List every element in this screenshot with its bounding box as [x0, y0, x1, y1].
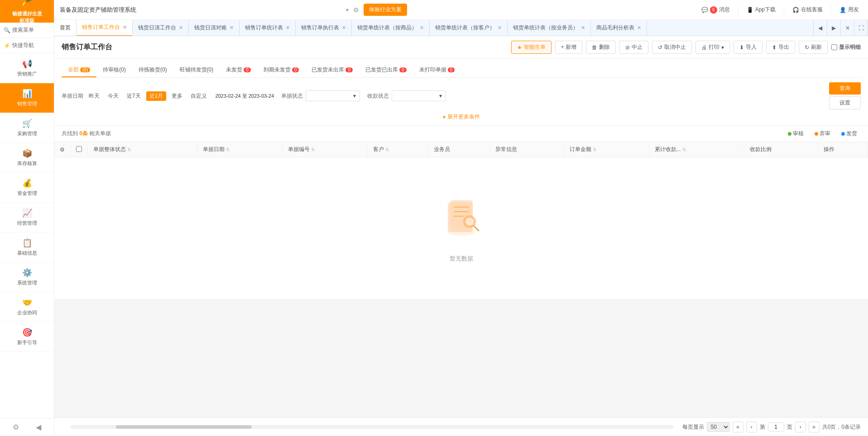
tab-close-sales-exec[interactable]: ✕ [342, 25, 346, 31]
page-label: 第 [760, 423, 765, 431]
tab-sales-by-staff[interactable]: 销货单统计表（按业务员） ✕ [508, 20, 591, 36]
sidebar-quick-nav[interactable]: ⚡ 快捷导航 [0, 38, 54, 53]
tab-close-all-button[interactable]: ✕ [841, 20, 854, 36]
sort-customer-icon[interactable]: ⇅ [385, 147, 389, 152]
import-button[interactable]: ⬇ 导入 [734, 41, 762, 54]
filter-tab-wangpu[interactable]: 旺铺待发货(0) [173, 63, 220, 77]
message-button[interactable]: 💬 6 消息 [698, 4, 734, 15]
th-checkbox[interactable] [71, 142, 88, 157]
sidebar-item-sales[interactable]: 📊 销售管理 [0, 83, 54, 113]
filter-tab-pending-check[interactable]: 待拣验货(0) [132, 63, 173, 77]
page-size-select[interactable]: 50 10 20 100 [707, 422, 730, 432]
tab-close-sales-by-customer[interactable]: ✕ [498, 25, 502, 31]
last-page-button[interactable]: » [809, 422, 820, 432]
select-all-checkbox[interactable] [76, 146, 82, 152]
settings-icon[interactable]: ⚙ [353, 6, 359, 14]
export-button[interactable]: ⬆ 导出 [766, 41, 795, 54]
sort-status-icon[interactable]: ⇅ [127, 147, 131, 152]
filter-tab-not-printed[interactable]: 未打印单据0 [413, 63, 461, 77]
sort-number-icon[interactable]: ⇅ [311, 147, 315, 152]
ship-button[interactable]: 发货 [838, 128, 861, 139]
user-menu-button[interactable]: 👤 用友 [836, 4, 863, 15]
sort-collected-icon[interactable]: ⇅ [682, 147, 686, 152]
sidebar-item-inventory[interactable]: 📦 库存核算 [0, 143, 54, 173]
tab-cash-daily[interactable]: 钱货日清工作台 ✕ [133, 20, 189, 36]
review-button[interactable]: 审核 [784, 128, 807, 139]
tab-cash-account[interactable]: 钱货日清对账 ✕ [189, 20, 240, 36]
filter-tab-all[interactable]: 全部(0) [62, 63, 96, 77]
status-select[interactable]: ▾ [306, 90, 360, 101]
tab-close-cash-account[interactable]: ✕ [230, 25, 234, 31]
industry-solution-button[interactable]: 体验行业方案 [364, 4, 407, 16]
tab-home[interactable]: 首页 [54, 20, 77, 36]
date-btn-more[interactable]: 更多 [169, 91, 185, 101]
next-page-button[interactable]: › [795, 422, 806, 432]
expand-more-conditions[interactable]: ▾ 展开更多条件 [62, 113, 861, 121]
tab-close-cash-daily[interactable]: ✕ [179, 25, 183, 31]
filter-tab-overdue-not-shipped[interactable]: 到期未发货0 [257, 63, 306, 77]
cancel-stop-button[interactable]: ↺ 取消中止 [652, 41, 692, 54]
tab-margin-analysis[interactable]: 商品毛利分析表 ✕ [591, 20, 647, 36]
tab-close-margin-analysis[interactable]: ✕ [637, 25, 641, 31]
tab-sales-by-product[interactable]: 销货单统计表（按商品） ✕ [352, 20, 430, 36]
app-download-button[interactable]: 📱 App下载 [743, 4, 779, 15]
tab-sales-by-staff-label: 销货单统计表（按业务员） [513, 24, 578, 32]
filter-tab-shipped-out[interactable]: 已发货已出库0 [359, 63, 413, 77]
horizontal-scrollbar[interactable] [71, 425, 673, 429]
smart-create-button[interactable]: ★ 智能生单 [511, 41, 551, 54]
prev-page-button[interactable]: ‹ [746, 422, 757, 432]
date-btn-yesterday[interactable]: 昨天 [86, 91, 102, 101]
th-settings[interactable]: ⚙ [54, 142, 71, 157]
settings-filter-button[interactable]: 设置 [829, 96, 861, 109]
add-button[interactable]: + 新增 [555, 41, 582, 54]
sidebar-item-guide[interactable]: 🎯 新手引导 [0, 322, 54, 352]
refresh-button[interactable]: ↻ 刷新 [799, 41, 828, 54]
tab-close-sales-by-product[interactable]: ✕ [420, 25, 424, 31]
collapse-sidebar-icon[interactable]: ◀ [36, 423, 41, 431]
filter-tab-not-shipped[interactable]: 未发货0 [220, 63, 257, 77]
sidebar-item-operation[interactable]: 📈 经营管理 [0, 203, 54, 232]
online-service-button[interactable]: 🎧 在线客服 [789, 4, 826, 15]
sidebar-search[interactable]: 🔍 搜索菜单 [0, 23, 54, 38]
filter-tab-shipped-not-out[interactable]: 已发货未出库0 [305, 63, 359, 77]
tab-close-sales-stat[interactable]: ✕ [286, 25, 290, 31]
tab-sales-exec[interactable]: 销售订单执行表 ✕ [296, 20, 352, 36]
filter-tab-pending-review[interactable]: 待审核(0) [96, 63, 132, 77]
tab-scroll-left-button[interactable]: ◀ [814, 20, 827, 36]
settings-gear-icon[interactable]: ⚙ [13, 423, 19, 431]
print-button[interactable]: 🖨 打印 ▾ [695, 41, 730, 54]
date-btn-7days[interactable]: 近7天 [124, 91, 144, 101]
tab-close-sales-workbench[interactable]: ✕ [123, 24, 127, 30]
tab-close-sales-by-staff[interactable]: ✕ [581, 25, 585, 31]
delete-button[interactable]: 🗑 删除 [586, 41, 616, 54]
first-page-button[interactable]: « [733, 422, 743, 432]
sidebar-item-system[interactable]: ⚙️ 系统管理 [0, 262, 54, 292]
tab-sales-workbench[interactable]: 销售订单工作台 ✕ [77, 20, 133, 36]
tab-fullscreen-button[interactable]: ⛶ [854, 20, 868, 36]
cancel-review-button[interactable]: 弃审 [811, 128, 834, 139]
sidebar-item-basic[interactable]: 📋 基础信息 [0, 232, 54, 262]
query-button[interactable]: 查询 [829, 82, 861, 95]
sidebar-item-finance[interactable]: 💰 资金管理 [0, 173, 54, 203]
stop-button[interactable]: ⊘ 中止 [619, 41, 648, 54]
date-btn-custom[interactable]: 自定义 [188, 91, 210, 101]
sort-date-icon[interactable]: ⇅ [226, 147, 230, 152]
date-btn-today[interactable]: 今天 [105, 91, 121, 101]
tab-sales-stat[interactable]: 销售订单统计表 ✕ [240, 20, 296, 36]
sidebar-item-marketing[interactable]: 📢 营销推广 [0, 53, 54, 83]
payment-select[interactable]: ▾ [392, 90, 446, 101]
current-page-input[interactable] [768, 422, 784, 431]
tab-sales-by-customer[interactable]: 销货单统计表（按客户） ✕ [430, 20, 508, 36]
date-filter-group: 单据日期 昨天 今天 近7天 近1月 更多 自定义 2023-02-24 至 2… [62, 91, 274, 101]
sidebar-item-coop[interactable]: 🤝 企业协同 [0, 292, 54, 322]
scrollbar-thumb[interactable] [116, 425, 252, 429]
tab-scroll-right-button[interactable]: ▶ [827, 20, 841, 36]
show-details-checkbox[interactable] [831, 44, 837, 50]
show-details-toggle[interactable]: 显示明细 [831, 43, 861, 51]
sort-amount-icon[interactable]: ⇅ [593, 147, 596, 152]
filter-tab-shipped-not-out-count: 0 [345, 67, 353, 72]
review-dot-icon [788, 132, 791, 136]
sidebar-item-purchase[interactable]: 🛒 采购管理 [0, 113, 54, 143]
date-btn-1month[interactable]: 近1月 [146, 91, 167, 101]
filter-row: 单据日期 昨天 今天 近7天 近1月 更多 自定义 2023-02-24 至 2… [62, 82, 861, 109]
